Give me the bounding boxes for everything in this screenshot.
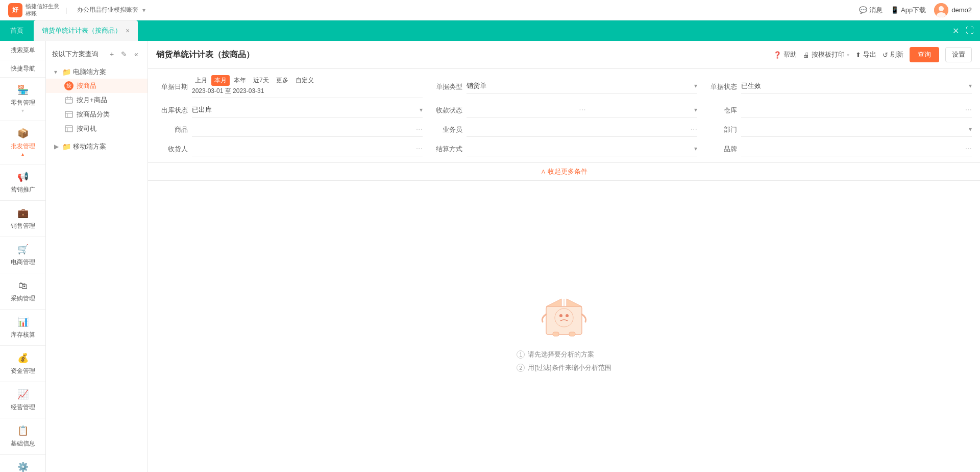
tree-item-by-month-goods[interactable]: 按月+商品 <box>46 93 148 107</box>
tree-item-by-category[interactable]: 按商品分类 <box>46 107 148 122</box>
help-button[interactable]: ❓ 帮助 <box>773 50 797 59</box>
tree-item-by-goods[interactable]: 按 按商品 <box>46 79 148 93</box>
sidebar-item-marketing[interactable]: 📢 营销推广 <box>0 164 45 201</box>
warehouse-control[interactable]: ··· <box>741 103 972 117</box>
driver-icon <box>64 124 74 133</box>
svg-rect-3 <box>65 98 72 103</box>
tree-section-pc: ▾ 📁 电脑端方案 按 按商品 按月+商品 <box>46 63 148 138</box>
recvstatus-chevron: ▾ <box>694 106 697 113</box>
collapse-bar[interactable]: ∧ 收起更多条件 <box>148 163 980 181</box>
date-btn-this-month[interactable]: 本月 <box>211 75 230 86</box>
page-title: 销货单统计计表（按商品） <box>156 50 254 66</box>
sidebar-item-system[interactable]: ⚙️ 系统管理 <box>0 455 45 472</box>
tree-item-by-driver[interactable]: 按司机 <box>46 122 148 136</box>
date-range[interactable]: 2023-03-01 至 2023-03-31 <box>192 87 264 96</box>
ecommerce-icon: 🛒 <box>17 243 29 256</box>
sidebar-item-operations[interactable]: 📈 经营管理 <box>0 382 45 418</box>
tab-close-icon[interactable]: × <box>126 27 130 35</box>
filter-row-4: 收货人 ··· 结算方式 ▾ 品牌 <box>156 142 972 156</box>
tab-active[interactable]: 销货单统计计表（按商品） × <box>34 20 138 41</box>
close-window-button[interactable]: ✕ <box>949 25 962 37</box>
brand-control[interactable]: ··· <box>741 142 972 156</box>
tabbar: 首页 销货单统计计表（按商品） × ✕ ⛶ <box>0 20 980 41</box>
dept-control[interactable]: ▾ <box>741 123 972 137</box>
date-btn-7days[interactable]: 近7天 <box>250 75 272 86</box>
sidebar-item-retail[interactable]: 🏪 零售管理 ▾ <box>0 78 45 121</box>
tree-section-pc-header[interactable]: ▾ 📁 电脑端方案 <box>46 65 148 79</box>
doctype-chevron: ▾ <box>694 82 697 89</box>
refresh-icon: ↺ <box>883 51 888 59</box>
tree-chevron-right: ▶ <box>54 143 62 150</box>
tree-item-circle: 按 <box>64 81 74 90</box>
empty-tip-1: 1 请先选择要分析的方案 <box>517 350 611 359</box>
sidebar-item-sales[interactable]: 💼 销售管理 <box>0 201 45 237</box>
filter-receiver-col: 收货人 ··· <box>156 142 423 156</box>
settle-control[interactable]: ▾ <box>467 142 697 156</box>
docstatus-chevron: ▾ <box>969 82 972 89</box>
refresh-button[interactable]: ↺ 刷新 <box>883 50 903 59</box>
date-btn-this-year[interactable]: 本年 <box>231 75 249 86</box>
marketing-icon: 📢 <box>17 171 29 183</box>
main-area: 搜索菜单 快捷导航 🏪 零售管理 ▾ 📦 批发管理 ▴ 📢 营销推广 💼 销售管… <box>0 41 980 472</box>
warehouse-label: 仓库 <box>705 106 741 115</box>
message-button[interactable]: 💬 消息 <box>859 6 883 15</box>
export-button[interactable]: ⬆ 导出 <box>855 50 876 59</box>
recvstatus-control[interactable]: ··· ▾ <box>467 103 697 117</box>
svg-rect-7 <box>65 111 72 117</box>
date-btn-more[interactable]: 更多 <box>273 75 291 86</box>
content-wrapper: 按以下方案查询 + ✎ « ▾ 📁 电脑端方案 按 按商品 <box>46 41 980 472</box>
salesperson-label: 业务员 <box>431 125 467 134</box>
receiver-control[interactable]: ··· <box>192 142 423 156</box>
topbar-dropdown-icon[interactable]: ▾ <box>142 7 145 14</box>
operations-icon: 📈 <box>17 388 29 401</box>
filter-row-2: 出库状态 已出库 ▾ 收款状态 ··· ▾ <box>156 103 972 117</box>
logo-area: 好 畅捷信好生意 标账 <box>8 3 59 17</box>
salesperson-control[interactable]: ··· <box>467 123 697 137</box>
doctype-control[interactable]: 销货单 ▾ <box>467 80 697 94</box>
print-expand-icon: ▾ <box>847 52 849 58</box>
svg-point-1 <box>939 6 944 11</box>
sidebar-item-wholesale[interactable]: 📦 批发管理 ▴ <box>0 121 45 164</box>
sidebar-item-inventory[interactable]: 📊 库存核算 <box>0 310 45 346</box>
sidebar-search[interactable]: 搜索菜单 <box>0 41 45 60</box>
sidebar: 搜索菜单 快捷导航 🏪 零售管理 ▾ 📦 批发管理 ▴ 📢 营销推广 💼 销售管… <box>0 41 46 472</box>
tab-home[interactable]: 首页 <box>0 20 34 41</box>
outstatus-control[interactable]: 已出库 ▾ <box>192 103 423 117</box>
goods-label: 商品 <box>156 125 192 134</box>
date-control[interactable]: 上月 本月 本年 近7天 更多 自定义 2023-03-01 至 2023-03… <box>192 75 423 98</box>
sidebar-item-ecommerce[interactable]: 🛒 电商管理 <box>0 237 45 273</box>
date-btn-last-month[interactable]: 上月 <box>192 75 210 86</box>
sidebar-item-finance[interactable]: 💰 资金管理 <box>0 346 45 382</box>
outstatus-chevron: ▾ <box>420 106 423 113</box>
filter-row-1: 单据日期 上月 本月 本年 近7天 更多 自定义 2023-03-01 至 20… <box>156 75 972 98</box>
print-button[interactable]: 🖨 按模板打印 ▾ <box>803 50 849 59</box>
mobile-folder-icon: 📁 <box>62 143 71 151</box>
sidebar-item-basic-info[interactable]: 📋 基础信息 <box>0 418 45 455</box>
tree-edit-button[interactable]: ✎ <box>119 49 129 59</box>
settle-chevron: ▾ <box>694 145 697 152</box>
user-profile[interactable]: demo2 <box>934 3 972 17</box>
settings-button[interactable]: 设置 <box>945 47 972 62</box>
tree-collapse-button[interactable]: « <box>131 49 141 59</box>
app-icon: 📱 <box>891 6 899 14</box>
docstatus-control[interactable]: 已生效 ▾ <box>741 80 972 94</box>
sidebar-item-purchase[interactable]: 🛍 采购管理 <box>0 273 45 310</box>
tree-section-mobile-header[interactable]: ▶ 📁 移动端方案 <box>46 140 148 153</box>
tree-header-actions: + ✎ « <box>107 49 141 59</box>
svg-rect-10 <box>65 126 72 132</box>
receiver-dots: ··· <box>416 144 423 153</box>
sidebar-quick-nav[interactable]: 快捷导航 <box>0 60 45 78</box>
maximize-button[interactable]: ⛶ <box>964 25 976 37</box>
goods-control[interactable]: ··· <box>192 123 423 137</box>
tree-header: 按以下方案查询 + ✎ « <box>46 45 148 63</box>
app-download-button[interactable]: 📱 App下载 <box>891 6 926 15</box>
tree-section-mobile: ▶ 📁 移动端方案 <box>46 138 148 155</box>
dept-chevron: ▾ <box>969 126 972 133</box>
tree-add-button[interactable]: + <box>107 49 117 59</box>
query-button[interactable]: 查询 <box>910 47 939 62</box>
help-icon: ❓ <box>773 51 781 59</box>
avatar <box>934 3 948 17</box>
doctype-label: 单据类型 <box>431 82 467 91</box>
date-btn-custom[interactable]: 自定义 <box>292 75 317 86</box>
filter-brand-col: 品牌 ··· <box>705 142 972 156</box>
